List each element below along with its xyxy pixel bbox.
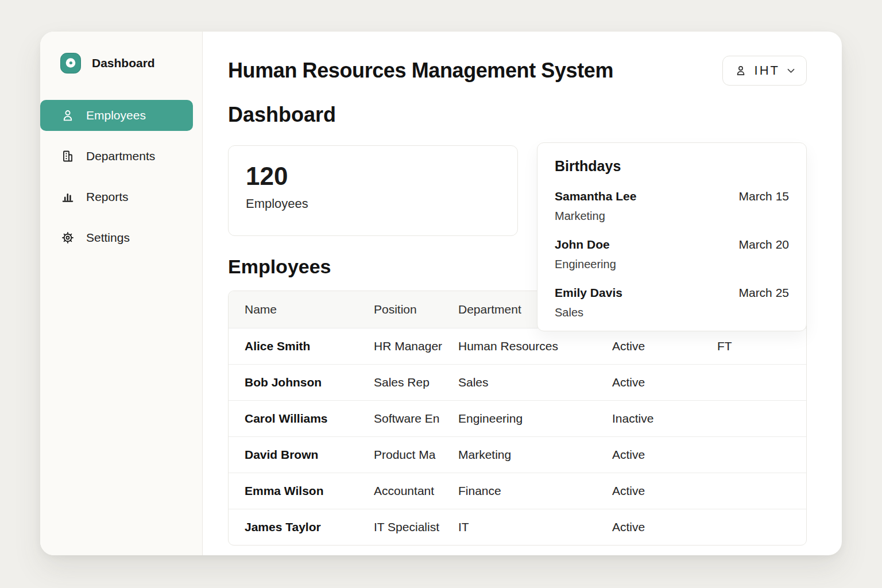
employee-name: Carol Williams: [229, 400, 358, 436]
birthdays-title: Birthdays: [555, 158, 789, 175]
user-menu-button[interactable]: IHT: [722, 56, 807, 86]
employee-status: Active: [596, 436, 701, 473]
employee-name: Bob Johnson: [229, 364, 358, 400]
birthday-name: Samantha Lee: [555, 189, 636, 203]
birthday-department: Engineering: [555, 258, 789, 271]
employee-type: [701, 473, 806, 509]
birthday-entry: Samantha Lee March 15 Marketing: [555, 189, 789, 223]
sidebar-item-label: Reports: [86, 190, 129, 204]
main-content: Human Resources Management System IHT Da…: [203, 32, 842, 555]
birthday-department: Sales: [555, 306, 789, 319]
employee-name: Alice Smith: [229, 328, 358, 364]
birthday-entry: John Doe March 20 Engineering: [555, 238, 789, 271]
employee-type: [701, 400, 806, 436]
sidebar-item-reports[interactable]: Reports: [40, 181, 193, 212]
user-icon: [60, 108, 75, 123]
employee-count-label: Employees: [246, 196, 500, 211]
chevron-down-icon: [787, 68, 795, 74]
sidebar-item-label: Employees: [86, 109, 146, 122]
employee-position: Sales Rep: [358, 364, 442, 400]
birthday-date: March 25: [738, 286, 789, 300]
employee-position: IT Specialist: [358, 509, 442, 545]
birthdays-card: Birthdays Samantha Lee March 15 Marketin…: [537, 142, 807, 331]
employee-position: HR Manager: [358, 328, 442, 364]
sidebar-item-employees[interactable]: Employees: [40, 100, 193, 131]
bar-chart-icon: [60, 189, 75, 204]
table-row: James Taylor IT Specialist IT Active: [229, 509, 806, 545]
employee-status: Inactive: [596, 400, 701, 436]
birthday-entry: Emily Davis March 25 Sales: [555, 286, 789, 319]
column-header-name: Name: [229, 291, 358, 328]
employee-department: Human Resources: [442, 328, 596, 364]
gear-icon: [60, 230, 75, 245]
user-menu-label: IHT: [755, 63, 780, 78]
sidebar-item-label: Departments: [86, 149, 155, 163]
employee-count-value: 120: [246, 162, 500, 191]
employee-status: Active: [596, 328, 701, 364]
birthday-name: John Doe: [555, 238, 610, 252]
app-title: Human Resources Management System: [228, 59, 613, 83]
table-row: Alice Smith HR Manager Human Resources A…: [229, 328, 806, 364]
table-row: David Brown Product Ma Marketing Active: [229, 436, 806, 473]
birthday-date: March 15: [738, 189, 789, 203]
sidebar: Dashboard Employees: [40, 32, 203, 555]
app-window: Dashboard Employees: [40, 32, 842, 555]
employee-department: IT: [442, 509, 596, 545]
employee-department: Engineering: [442, 400, 596, 436]
employee-status: Active: [596, 364, 701, 400]
birthday-department: Marketing: [555, 210, 789, 223]
sidebar-brand-label: Dashboard: [92, 56, 155, 70]
employee-type: [701, 509, 806, 545]
sidebar-item-settings[interactable]: Settings: [40, 222, 193, 253]
sidebar-item-departments[interactable]: Departments: [40, 141, 193, 172]
employee-name: James Taylor: [229, 509, 358, 545]
column-header-position: Position: [358, 291, 442, 328]
page-title: Dashboard: [228, 103, 807, 127]
topbar: Human Resources Management System IHT: [228, 55, 807, 87]
employee-department: Sales: [442, 364, 596, 400]
employee-name: Emma Wilson: [229, 473, 358, 509]
sidebar-brand[interactable]: Dashboard: [40, 47, 202, 79]
employee-position: Accountant: [358, 473, 442, 509]
employee-status: Active: [596, 509, 701, 545]
employee-position: Product Ma: [358, 436, 442, 473]
user-icon: [734, 64, 747, 77]
sidebar-nav: Employees Departments: [40, 100, 202, 253]
sidebar-item-label: Settings: [86, 231, 130, 245]
employee-status: Active: [596, 473, 701, 509]
employee-count-card: 120 Employees: [228, 145, 518, 236]
building-icon: [60, 149, 75, 164]
app-logo-icon: [60, 53, 81, 74]
birthday-name: Emily Davis: [555, 286, 622, 300]
birthday-date: March 20: [738, 238, 789, 252]
table-row: Emma Wilson Accountant Finance Active: [229, 473, 806, 509]
employee-department: Finance: [442, 473, 596, 509]
table-row: Bob Johnson Sales Rep Sales Active: [229, 364, 806, 400]
employee-department: Marketing: [442, 436, 596, 473]
employee-type: [701, 364, 806, 400]
employee-name: David Brown: [229, 436, 358, 473]
employee-position: Software En: [358, 400, 442, 436]
employee-type: FT: [701, 328, 806, 364]
table-row: Carol Williams Software En Engineering I…: [229, 400, 806, 436]
employee-type: [701, 436, 806, 473]
